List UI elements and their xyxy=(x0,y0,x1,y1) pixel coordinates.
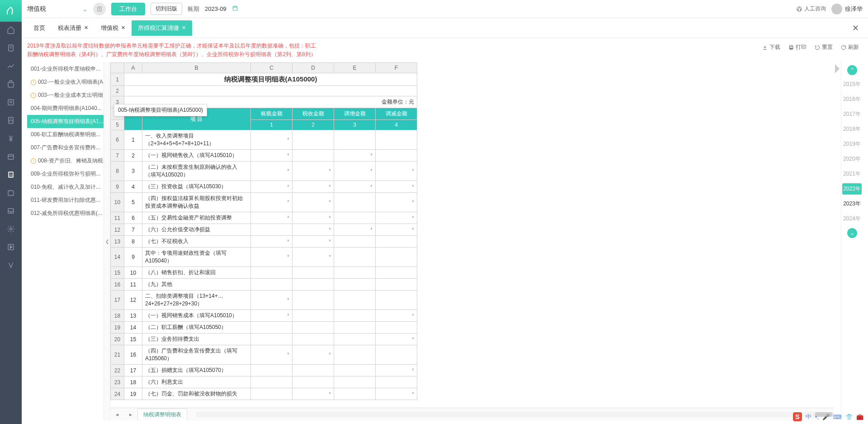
form-list-item[interactable]: 007-广告费和业务宣传费跨... xyxy=(27,141,104,154)
sheet-row[interactable]: 2318（六）利息支出 xyxy=(111,376,417,388)
tab-close-icon[interactable]: ✕ xyxy=(84,25,88,31)
download-button[interactable]: 下载 xyxy=(762,43,780,51)
svg-rect-7 xyxy=(9,117,14,124)
switch-old-version-button[interactable]: 切到旧版 xyxy=(151,3,182,15)
sheet-row[interactable]: 1914（二）职工薪酬（填写A105050） xyxy=(111,322,417,333)
sheet-row[interactable]: 2217（五）捐赠支出（填写A105070）* xyxy=(111,365,417,376)
tab-首页[interactable]: 首页 xyxy=(27,20,52,36)
ime-skin-icon[interactable]: 👕 xyxy=(845,414,853,420)
reset-button[interactable]: 重置 xyxy=(815,43,833,51)
year-button[interactable]: 2015年 xyxy=(842,79,862,90)
warning-text: 2019年度涉及取以前年度结转数据的申报表单元格需要手工维护正确，才能保证本年及… xyxy=(27,42,321,59)
year-button[interactable]: 2024年 xyxy=(842,213,862,224)
sheet-row[interactable]: 116（五）交易性金融资产初始投资调整*** xyxy=(111,212,417,224)
sheet-row[interactable]: 72（一）视同销售收入（填写A105010）** xyxy=(111,150,417,162)
nav-bag-icon[interactable] xyxy=(6,80,15,89)
refresh-button[interactable]: 刷新 xyxy=(841,43,859,51)
nav-calc-icon[interactable] xyxy=(6,116,15,125)
nav-v-icon[interactable] xyxy=(6,261,15,270)
sheet-row[interactable]: 1712二、扣除类调整项目（13+14+…24+26+27+28+29+30）* xyxy=(111,291,417,310)
scroll-years-down-button[interactable]: ⌄ xyxy=(847,228,857,238)
sheet-row[interactable]: 94（三）投资收益（填写A105030）**** xyxy=(111,181,417,193)
sheet-row[interactable]: 2015（三）业务招待费支出* xyxy=(111,333,417,345)
year-button[interactable]: 2018年 xyxy=(842,124,862,135)
year-button[interactable]: 2016年 xyxy=(842,94,862,105)
ime-keyboard-icon[interactable]: ⌨ xyxy=(833,414,842,420)
period-value[interactable]: 2023-09 xyxy=(205,5,226,12)
tab-增值税[interactable]: 增值税✕ xyxy=(94,20,132,36)
ime-punct-icon[interactable]: •, xyxy=(815,414,819,420)
tab-close-icon[interactable]: ✕ xyxy=(121,25,125,31)
avatar-icon xyxy=(831,4,842,14)
sheet-row[interactable]: 138（七）不征税收入** xyxy=(111,236,417,248)
nav-box-icon[interactable] xyxy=(6,152,15,161)
warning-dot-icon: ! xyxy=(31,158,36,164)
module-selector[interactable]: 增值税 ⌄ xyxy=(27,5,88,13)
collapse-form-list-handle[interactable]: ❮ xyxy=(104,62,110,420)
nav-list-icon[interactable] xyxy=(6,98,15,107)
spreadsheet-grid[interactable]: ABCDEF1纳税调整项目明细表(A105000)23金额单位：元4项 目账载金… xyxy=(110,62,834,408)
form-list-item[interactable]: 006-职工薪酬纳税调整明细... xyxy=(27,128,104,141)
sheet-tab[interactable]: 纳税调整明细表 xyxy=(137,409,187,420)
sheet-row[interactable]: 2419（七）罚金、罚款和被没收财物的损失** xyxy=(111,388,417,400)
form-list-item[interactable]: 001-企业所得税年度纳税申... xyxy=(27,62,104,76)
user-menu[interactable]: 徐泽华 xyxy=(831,4,863,14)
form-list-item[interactable]: 012-减免所得税优惠明细表(... xyxy=(27,207,104,220)
year-button[interactable]: 2021年 xyxy=(842,168,862,180)
nav-doc-icon[interactable] xyxy=(6,43,15,52)
nav-tax-icon[interactable] xyxy=(6,170,15,179)
sheet-row[interactable]: 1510（八）销售折扣、折让和退回 xyxy=(111,267,417,279)
sheet-row[interactable]: 2116（四）广告费和业务宣传费支出（填写A105060）** xyxy=(111,345,417,365)
form-list-item[interactable]: 011-研发费用加计扣除优惠... xyxy=(27,194,104,207)
year-button[interactable]: 2023年 xyxy=(842,198,862,210)
nav-play-icon[interactable] xyxy=(6,243,15,252)
tab-税表清册[interactable]: 税表清册✕ xyxy=(52,20,94,36)
tab-close-icon[interactable]: ✕ xyxy=(182,25,186,31)
tab-所得税汇算清缴[interactable]: 所得税汇算清缴✕ xyxy=(132,20,192,36)
support-link[interactable]: 人工咨询 xyxy=(796,5,826,13)
year-button[interactable]: 2017年 xyxy=(842,109,862,120)
sheet-row[interactable]: 127（六）公允价值变动净损益*** xyxy=(111,224,417,236)
form-list-item[interactable]: !008-资产折旧、摊销及纳税... xyxy=(27,154,104,167)
ime-badge-icon[interactable]: S xyxy=(793,412,802,421)
horizontal-scrollbar[interactable] xyxy=(196,412,834,417)
sheet-nav-buttons[interactable]: ◂▸ xyxy=(110,411,137,418)
nav-gear-icon[interactable] xyxy=(6,224,15,233)
form-list: 001-企业所得税年度纳税申...!002-一般企业收入明细表(A...!003… xyxy=(27,62,104,420)
scroll-years-up-button[interactable]: ⌃ xyxy=(847,65,857,75)
nav-currency-icon[interactable] xyxy=(6,134,15,143)
ime-mic-icon[interactable]: 🎤 xyxy=(822,414,830,420)
form-list-item[interactable]: 009-企业所得税弥补亏损明... xyxy=(27,167,104,181)
ime-lang-toggle[interactable]: 中 xyxy=(806,413,811,421)
calendar-icon[interactable] xyxy=(232,5,238,13)
print-button[interactable]: 打印 xyxy=(788,43,807,51)
workbench-button[interactable]: 工作台 xyxy=(111,3,145,15)
sheet-row[interactable]: 61一、收入类调整项目（2+3+4+5+6+7+8+10+11）* xyxy=(111,130,417,150)
expand-panel-handle[interactable] xyxy=(834,62,841,420)
svg-rect-14 xyxy=(8,191,14,196)
sheet-row[interactable]: 1813（一）视同销售成本（填写A105010）** xyxy=(111,310,417,322)
sheet-row[interactable]: 83（二）未按权责发生制原则确认的收入（填写A105020）**** xyxy=(111,162,417,181)
sheet-row[interactable]: 105（四）按权益法核算长期股权投资对初始投资成本调整确认收益*** xyxy=(111,193,417,212)
year-button[interactable]: 2019年 xyxy=(842,138,862,150)
year-rail: ⌃ 2015年2016年2017年2018年2019年2020年2021年202… xyxy=(841,62,863,420)
sheet-row[interactable]: 1611（九）其他 xyxy=(111,279,417,291)
round-menu-button[interactable] xyxy=(93,3,106,15)
ime-toolbox-icon[interactable]: 🧰 xyxy=(856,414,863,420)
nav-home-icon[interactable] xyxy=(6,25,15,34)
form-list-item[interactable]: !002-一般企业收入明细表(A... xyxy=(27,76,104,89)
close-all-tabs-button[interactable]: ✕ xyxy=(852,23,859,33)
ime-toolbar: S 中 •, 🎤 ⌨ 👕 🧰 xyxy=(793,412,863,421)
nav-chart-icon[interactable] xyxy=(6,62,15,71)
form-list-item[interactable]: !003-一般企业成本支出明细... xyxy=(27,89,104,102)
form-list-item[interactable]: 005-纳税调整项目明细表(A1... xyxy=(27,115,104,128)
year-button[interactable]: 2022年 xyxy=(842,183,862,195)
nav-folder-icon[interactable] xyxy=(6,188,15,197)
year-button[interactable]: 2020年 xyxy=(842,153,862,165)
form-name-tooltip: 005-纳税调整项目明细表(A105000) xyxy=(114,104,207,116)
sheet-row[interactable]: 149 其中：专项用途财政性资金（填写A105040）** xyxy=(111,248,417,267)
svg-rect-3 xyxy=(8,82,14,87)
nav-inbox-icon[interactable] xyxy=(6,206,15,215)
form-list-item[interactable]: 004-期间费用明细表(A1040... xyxy=(27,102,104,115)
form-list-item[interactable]: 010-免税、减计收入及加计... xyxy=(27,181,104,194)
